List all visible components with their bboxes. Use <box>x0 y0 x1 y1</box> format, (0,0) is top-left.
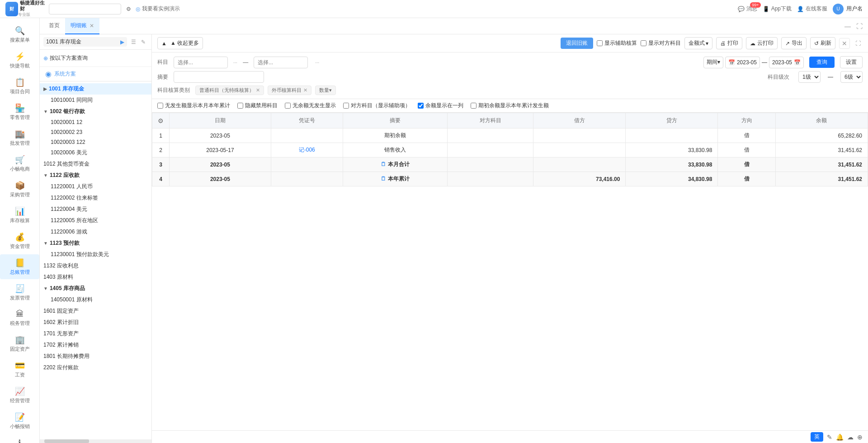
tag-close-foreign[interactable]: ✕ <box>303 87 307 93</box>
lang-btn[interactable]: 英 <box>811 432 823 442</box>
bell-icon[interactable]: 🔔 <box>836 433 844 441</box>
fullscreen-btn[interactable]: ⛶ <box>854 39 863 48</box>
tree-item-1002[interactable]: ▼ 1002 银行存款 <box>40 106 151 117</box>
tree-item-1001[interactable]: ▶ 1001 库存现金 <box>40 83 151 95</box>
tree-item-1123[interactable]: ▼ 1123 预付款 <box>40 238 151 249</box>
sidebar-item-retail[interactable]: 🏪 零售管理 <box>0 100 39 124</box>
tree-item-1601[interactable]: 1601 固定资产 <box>40 305 151 317</box>
expand-more-btn[interactable]: ▲ ▲ 收起更多 <box>157 37 203 49</box>
print-btn[interactable]: 🖨 打印 <box>716 37 742 49</box>
tree-item-11220006[interactable]: 11220006 游戏 <box>47 226 151 238</box>
export-btn[interactable]: ↗ 导出 <box>781 37 807 49</box>
voucher-link[interactable]: 记-006 <box>299 147 315 153</box>
col-settings-icon[interactable]: ⚙ <box>158 117 164 124</box>
tree-item-10020002[interactable]: 10020002 23 <box>47 127 151 137</box>
format-btn[interactable]: 金额式 ▾ <box>684 37 712 49</box>
tab-minimize-btn[interactable]: — <box>843 21 853 32</box>
cloud-print-btn[interactable]: ☁ 云打印 <box>746 37 778 49</box>
subject-to-input[interactable] <box>254 57 308 68</box>
tree-item-1132[interactable]: 1132 应收利息 <box>40 260 151 272</box>
tree-item-1602[interactable]: 1602 累计折旧 <box>40 317 151 328</box>
tree-item-1405[interactable]: ▼ 1405 库存商品 <box>40 283 151 294</box>
cell-voucher[interactable]: 记-006 <box>271 143 343 157</box>
sidebar-item-invoice[interactable]: 🧾 发票管理 <box>0 280 39 305</box>
tab-close-icon[interactable]: ✕ <box>90 23 94 29</box>
option-show-balance-col[interactable]: 余额显示在一列 <box>418 102 463 110</box>
demo-link[interactable]: ◎ 我要看实例演示 <box>136 5 180 13</box>
tree-item-11220005[interactable]: 11220005 所在地区 <box>47 215 151 226</box>
tab-detail[interactable]: 明细账 ✕ <box>65 18 99 34</box>
sidebar-item-tax[interactable]: 🏛 税务管理 <box>0 306 39 330</box>
tree-item-11220001[interactable]: 11220001 人民币 <box>47 181 151 192</box>
sidebar-item-inventory[interactable]: 📊 库存核算 <box>0 203 39 228</box>
tree-item-11230001[interactable]: 11230001 预付款款美元 <box>47 249 151 260</box>
sidebar-item-project[interactable]: 📋 项目合同 <box>0 74 39 99</box>
online-service-btn[interactable]: 👤 在线客服 <box>797 5 827 13</box>
tree-item-14050001[interactable]: 14050001 原材料 <box>47 294 151 305</box>
option-opposite-subject[interactable]: 对方科目（显示辅助项） <box>343 102 410 110</box>
app-download-btn[interactable]: 📱 App下载 <box>763 5 792 13</box>
tab-home[interactable]: 首页 <box>43 18 65 34</box>
summary-input[interactable] <box>174 71 264 83</box>
message-btn[interactable]: 💬 消息 99+ <box>738 5 757 13</box>
period-to-field[interactable]: 2023-05 📅 <box>769 57 804 68</box>
tree-item-1702[interactable]: 1702 累计摊销 <box>40 339 151 351</box>
top-settings-icon[interactable]: ⚙ <box>123 4 134 14</box>
sidebar-item-ecommerce[interactable]: 🛒 小畅电商 <box>0 151 39 176</box>
edit-icon[interactable]: ✎ <box>827 433 832 441</box>
tree-item-10020003[interactable]: 10020003 122 <box>47 137 151 147</box>
account-nav[interactable]: 1001 库存现金 ▶ <box>43 37 127 47</box>
query-btn[interactable]: 查询 <box>809 57 835 68</box>
sidebar-item-wholesale[interactable]: 🏬 批发管理 <box>0 125 39 150</box>
show-auxiliary-checkbox[interactable]: 显示辅助核算 <box>597 39 637 47</box>
show-opposite-checkbox[interactable]: 显示对方科目 <box>641 39 681 47</box>
level-from-select[interactable]: 1级2级3级 <box>798 71 821 83</box>
plus-circle-icon[interactable]: ⊕ <box>857 433 863 441</box>
col-settings[interactable]: ⚙ <box>152 113 170 129</box>
tree-item-1701[interactable]: 1701 无形资产 <box>40 328 151 339</box>
tree-scrollbar[interactable] <box>40 439 151 443</box>
sidebar-item-search[interactable]: 🔍 搜索菜单 <box>0 22 39 47</box>
tab-expand-btn[interactable]: ⛶ <box>854 21 864 32</box>
tree-menu-icon[interactable]: ☰ <box>129 38 138 47</box>
filter-tag-quantity[interactable]: 数量▾ <box>315 86 336 95</box>
period-label[interactable]: 期间▾ <box>703 57 723 68</box>
tree-item-1403[interactable]: 1403 原材料 <box>40 272 151 283</box>
sidebar-item-basic[interactable]: ℹ 基础信息 <box>0 434 39 443</box>
tree-item-1801[interactable]: 1801 长期待摊费用 <box>40 351 151 362</box>
tree-item-11220002[interactable]: 11220002 往来标签 <box>47 192 151 204</box>
sidebar-item-quick-nav[interactable]: ⚡ 快捷导航 <box>0 48 39 73</box>
sidebar-item-purchase[interactable]: 📦 采购管理 <box>0 177 39 202</box>
back-btn[interactable]: 退回旧账 <box>561 38 593 49</box>
period-from-field[interactable]: 📅 2023-05 <box>725 57 760 68</box>
tree-item-1012[interactable]: 1012 其他货币资金 <box>40 158 151 170</box>
tree-item-2202[interactable]: 2202 应付账款 <box>40 362 151 373</box>
refresh-btn[interactable]: ↺ 刷新 <box>810 37 835 49</box>
cloud-icon[interactable]: ☁ <box>847 433 854 441</box>
tree-item-10010001[interactable]: 10010001 同同同 <box>47 95 151 106</box>
tree-edit-icon[interactable]: ✎ <box>139 38 148 47</box>
tree-item-1122[interactable]: ▼ 1122 应收款 <box>40 170 151 181</box>
sidebar-item-ledger[interactable]: 📒 总账管理 <box>0 254 39 279</box>
settings-btn[interactable]: 设置 <box>840 56 863 68</box>
user-area[interactable]: U 用户名 <box>833 4 863 14</box>
top-search-input[interactable] <box>49 4 121 14</box>
filter-tag-normal[interactable]: 普通科目（无特殊核算） ✕ <box>195 86 264 95</box>
sidebar-item-report[interactable]: 📝 小畅报销 <box>0 409 39 433</box>
tree-item-11220004[interactable]: 11220004 美元 <box>47 204 151 215</box>
option-no-occurrence[interactable]: 无发生额显示本月本年累计 <box>157 102 230 110</box>
close-panel-btn[interactable]: ✕ <box>839 38 850 49</box>
subject-from-input[interactable] <box>174 57 228 68</box>
option-no-balance[interactable]: 无余额无发生显示 <box>285 102 336 110</box>
query-header[interactable]: ⊕ 按以下方案查询 <box>43 52 148 64</box>
sidebar-item-assets[interactable]: 🏢 固定资产 <box>0 331 39 356</box>
sidebar-item-operation[interactable]: 📈 经营管理 <box>0 383 39 408</box>
option-show-beginning[interactable]: 期初余额显示本年累计发生额 <box>471 102 549 110</box>
sidebar-item-salary[interactable]: 💳 工资 <box>0 357 39 382</box>
level-to-select[interactable]: 6级3级4级5级 <box>840 71 863 83</box>
filter-tag-foreign[interactable]: 外币核算科目 ✕ <box>268 86 311 95</box>
tree-item-10020006[interactable]: 10020006 美元 <box>47 147 151 158</box>
option-hide-disabled[interactable]: 隐藏禁用科目 <box>237 102 278 110</box>
tree-item-10020001[interactable]: 10020001 12 <box>47 117 151 127</box>
tag-close-normal[interactable]: ✕ <box>256 87 260 93</box>
